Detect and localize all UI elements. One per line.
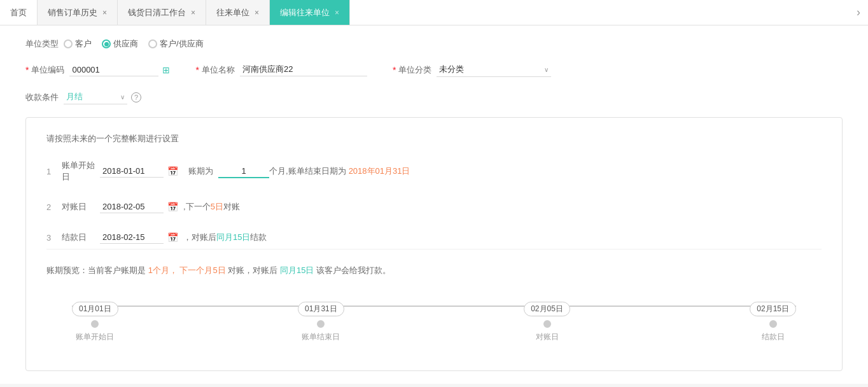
setting-row-1: 1 账单开始日 📅 账期为 个月,账单结束日期为 2018年01月31日	[46, 160, 822, 183]
payment-suffix-pre: ，对账后	[183, 232, 216, 243]
payment-select[interactable]: 月结 ∨	[64, 90, 127, 104]
timeline-node-2: 02月05日 对账日	[524, 302, 570, 342]
radio-customer-supplier[interactable]: 客户/供应商	[148, 38, 204, 50]
payment-value: 月结	[66, 91, 118, 102]
period-input[interactable]	[218, 165, 269, 178]
reconcile-date-input[interactable]	[100, 201, 164, 213]
tab-cash-work-close[interactable]: ×	[191, 8, 195, 17]
tab-expand-button[interactable]: ›	[849, 0, 868, 25]
period-end-date: 2018年01月31日	[349, 165, 410, 177]
radio-customer-circle	[64, 39, 73, 48]
payment-label: 收款条件	[25, 92, 59, 103]
unit-code-group: * 单位编码 ⊞	[25, 64, 170, 76]
payment-suffix-highlight: 同月15日	[216, 232, 250, 243]
unit-category-label: 单位分类	[398, 64, 431, 76]
unit-code-label: 单位编码	[31, 64, 64, 76]
preview-part3: 同月15日	[280, 265, 314, 275]
start-date-input[interactable]	[100, 165, 164, 178]
timeline-circle-2	[543, 320, 551, 328]
unit-code-required-star: *	[25, 65, 29, 75]
timeline-badge-1: 01月31日	[298, 302, 344, 316]
tab-home-label: 首页	[10, 7, 27, 18]
settings-title: 请按照未来的一个完整帐期进行设置	[46, 133, 822, 144]
tab-cash-work-label: 钱货日清工作台	[128, 7, 186, 18]
period-label: 账期为	[188, 165, 213, 177]
setting-num-1: 1	[46, 167, 62, 176]
preview-middle: 对账，对账后	[228, 265, 277, 275]
radio-supplier[interactable]: 供应商	[102, 38, 138, 50]
preview-part2: 下一个月5日	[179, 265, 225, 275]
period-suffix: 个月,账单结束日期为	[269, 165, 346, 177]
unit-category-value: 未分类	[439, 64, 542, 75]
tab-partner-close[interactable]: ×	[255, 8, 259, 17]
expand-icon: ›	[857, 6, 860, 19]
timeline-badge-2: 02月05日	[524, 302, 570, 316]
tabs-bar: 首页 销售订单历史 × 钱货日清工作台 × 往来单位 × 编辑往来单位 × ›	[0, 0, 868, 25]
timeline-circle-1	[317, 320, 325, 328]
unit-type-label: 单位类型	[25, 38, 59, 50]
unit-type-row: 单位类型 客户 供应商 客户/供应商	[25, 38, 843, 50]
setting-row-3: 3 结款日 📅 ，对账后 同月15日 结款	[46, 231, 822, 244]
tab-edit-partner-label: 编辑往来单位	[280, 7, 330, 18]
timeline-badge-0: 01月01日	[72, 302, 118, 316]
main-content: 单位类型 客户 供应商 客户/供应商 * 单位编码 ⊞ * 单位名称	[0, 25, 868, 384]
reconcile-suffix-post: 对账	[223, 201, 240, 213]
unit-category-group: * 单位分类 未分类 ∨	[393, 62, 551, 77]
settings-divider	[46, 249, 822, 250]
setting-num-3: 3	[46, 233, 62, 243]
timeline-node-0: 01月01日 账单开始日	[72, 302, 118, 342]
timeline-circle-3	[769, 320, 777, 328]
setting-label-2: 对账日	[62, 201, 100, 213]
settings-box: 请按照未来的一个完整帐期进行设置 1 账单开始日 📅 账期为 个月,账单结束日期…	[25, 117, 843, 371]
setting-row-2: 2 对账日 📅 ,下一个 5日 对账	[46, 201, 822, 213]
setting-label-3: 结款日	[62, 232, 100, 243]
radio-customer-supplier-circle	[148, 39, 157, 48]
reconcile-suffix-pre: ,下一个	[183, 201, 211, 213]
radio-supplier-circle	[102, 39, 111, 48]
tab-cash-work[interactable]: 钱货日清工作台 ×	[118, 0, 206, 25]
unit-category-chevron-icon: ∨	[544, 66, 549, 73]
start-date-calendar-icon[interactable]: 📅	[167, 166, 178, 176]
setting-num-2: 2	[46, 202, 62, 212]
timeline-nodes: 01月01日 账单开始日 01月31日 账单结束日 02月05日 对账日 02月…	[46, 302, 822, 342]
timeline-label-3: 结款日	[762, 332, 785, 342]
tab-partner-label: 往来单位	[216, 7, 249, 18]
timeline-label-1: 账单结束日	[302, 332, 340, 342]
timeline-badge-3: 02月15日	[750, 302, 796, 316]
payment-suffix-post: 结款	[250, 232, 267, 243]
tab-partner[interactable]: 往来单位 ×	[206, 0, 270, 25]
unit-info-row: * 单位编码 ⊞ * 单位名称 * 单位分类 未分类 ∨	[25, 62, 843, 77]
unit-category-required-star: *	[393, 65, 396, 75]
timeline-node-3: 02月15日 结款日	[750, 302, 796, 342]
unit-category-select[interactable]: 未分类 ∨	[437, 62, 551, 77]
tab-edit-partner[interactable]: 编辑往来单位 ×	[270, 0, 350, 25]
tab-home[interactable]: 首页	[0, 0, 38, 25]
timeline-circle-0	[91, 320, 99, 328]
preview-label: 账期预览：当前客户账期是	[46, 265, 146, 275]
timeline-label-0: 账单开始日	[76, 332, 114, 342]
radio-customer-label: 客户	[75, 38, 92, 50]
timeline-section: 01月01日 账单开始日 01月31日 账单结束日 02月05日 对账日 02月…	[46, 297, 822, 355]
unit-code-input[interactable]	[69, 64, 158, 76]
unit-name-label: 单位名称	[202, 64, 235, 76]
preview-end: 该客户会给我打款。	[316, 265, 391, 275]
preview-section: 账期预览：当前客户账期是 1个月， 下一个月5日 对账，对账后 同月15日 该客…	[46, 255, 822, 286]
unit-code-copy-icon[interactable]: ⊞	[162, 65, 170, 75]
payment-row: 收款条件 月结 ∨ ?	[25, 90, 843, 104]
tab-sales-order-close[interactable]: ×	[102, 8, 107, 17]
radio-customer-supplier-label: 客户/供应商	[160, 38, 204, 50]
payment-date-calendar-icon[interactable]: 📅	[167, 232, 178, 243]
payment-date-input[interactable]	[100, 231, 164, 244]
payment-help-icon[interactable]: ?	[131, 92, 141, 102]
unit-name-group: * 单位名称	[195, 64, 367, 76]
radio-supplier-label: 供应商	[113, 38, 138, 50]
reconcile-date-calendar-icon[interactable]: 📅	[167, 202, 178, 212]
radio-customer[interactable]: 客户	[64, 38, 92, 50]
unit-name-input[interactable]	[240, 64, 367, 76]
setting-label-1: 账单开始日	[62, 160, 100, 183]
tab-sales-order[interactable]: 销售订单历史 ×	[38, 0, 118, 25]
timeline-node-1: 01月31日 账单结束日	[298, 302, 344, 342]
tab-sales-order-label: 销售订单历史	[48, 7, 97, 18]
unit-name-required-star: *	[195, 65, 199, 75]
tab-edit-partner-close[interactable]: ×	[335, 8, 339, 17]
